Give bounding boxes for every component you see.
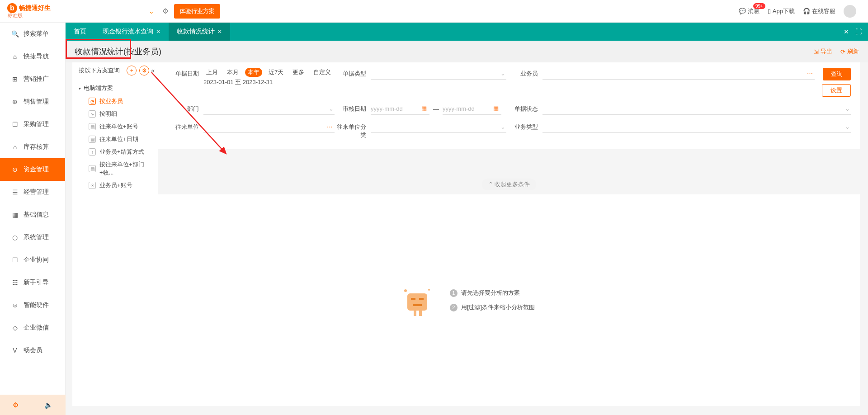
nav-icon: ⊞ [11, 75, 19, 83]
doc-type-label: 单据类型 [335, 68, 371, 78]
nav-icon: 🔍 [11, 30, 19, 38]
nav-icon: ▦ [11, 211, 19, 218]
nav-item[interactable]: ⊙资金管理 [0, 158, 65, 181]
scheme-item[interactable]: ▤往来单位+账号 [79, 120, 158, 133]
chevron-down-icon[interactable]: ⌄ [149, 8, 154, 15]
refresh-button[interactable]: ⟳ 刷新 [840, 47, 859, 56]
scheme-item[interactable]: ▤按往来单位+部门+收... [79, 158, 158, 179]
scheme-item[interactable]: ◔按业务员 [79, 95, 158, 108]
clerk-label: 业务员 [506, 68, 542, 78]
add-scheme-button[interactable]: + [127, 66, 137, 75]
nav-item[interactable]: ☷新手引导 [0, 271, 65, 294]
refresh-label: 刷新 [847, 47, 859, 56]
collapse-filters-wrap: ⌃ 收起更多条件 [158, 179, 860, 190]
nav-item[interactable]: 🔍搜索菜单 [0, 23, 65, 45]
audit-date-from[interactable] [371, 103, 429, 115]
step-num-1: 1 [450, 289, 458, 297]
nav-icon: ⌂ [11, 143, 19, 151]
date-chip[interactable]: 上月 [203, 68, 221, 77]
scheme-settings-button[interactable]: ⚙ [139, 66, 149, 75]
step-num-2: 2 [450, 304, 458, 311]
nav-label: 企业微信 [24, 324, 49, 332]
scheme-group-label: 电脑端方案 [84, 84, 113, 92]
dept-select[interactable]: ⌄ [203, 103, 335, 115]
date-chip[interactable]: 本年 [245, 68, 262, 77]
collapse-filters-label: 收起更多条件 [495, 181, 530, 188]
clerk-select[interactable]: ⋯ [542, 68, 815, 80]
partner-select[interactable]: ⋯ [203, 121, 335, 133]
messages-badge: 99+ [753, 3, 765, 9]
doc-date-label: 单据日期 [167, 68, 203, 78]
settings-button[interactable]: 设置 [822, 84, 851, 97]
nav-item[interactable]: ◌系统管理 [0, 226, 65, 249]
scheme-item[interactable]: ☉业务员+账号 [79, 179, 158, 192]
date-chip[interactable]: 自定义 [311, 68, 334, 77]
date-chip[interactable]: 更多 [290, 68, 307, 77]
collapse-filters-button[interactable]: ⌃ 收起更多条件 [482, 179, 537, 190]
chat-icon: 💬 [739, 8, 746, 14]
footer-gear-icon[interactable]: ⚙ [13, 401, 19, 409]
app-download-link[interactable]: ▯App下载 [768, 7, 795, 15]
tab[interactable]: 收款情况统计✕ [169, 23, 230, 41]
scheme-group[interactable]: ▾电脑端方案 [79, 81, 158, 95]
scheme-item-icon: ▤ [89, 123, 96, 130]
date-chip[interactable]: 近7天 [266, 68, 286, 77]
scheme-item[interactable]: ⫿业务员+结算方式 [79, 146, 158, 158]
partner-cat-select[interactable]: ⌄ [371, 121, 506, 133]
filter-form: 单据日期 上月本月本年近7天更多自定义 2023-01-01 至 2023-12… [158, 62, 860, 149]
nav-icon: ☰ [11, 189, 19, 196]
scheme-item-icon: ⫿ [89, 148, 96, 156]
page-header: 收款情况统计(按业务员) ⇲ 导出 ⟳ 刷新 [66, 41, 868, 62]
page-title: 收款情况统计(按业务员) [75, 46, 161, 57]
messages-link[interactable]: 💬 消息 99+ [739, 7, 760, 15]
scheme-item-label: 业务员+结算方式 [99, 148, 144, 156]
date-chip[interactable]: 本月 [224, 68, 241, 77]
footer-sound-icon[interactable]: 🔈 [44, 401, 53, 409]
nav-item[interactable]: ⌂库存核算 [0, 136, 65, 158]
gear-icon[interactable]: ⚙ [162, 7, 169, 15]
nav-item[interactable]: ⊕销售管理 [0, 90, 65, 113]
nav-item[interactable]: ◇企业微信 [0, 316, 65, 339]
tab-close-icon[interactable]: ✕ [217, 28, 222, 35]
customer-service-link[interactable]: 🎧在线客服 [803, 7, 835, 15]
collapse-scheme-icon[interactable]: « [151, 67, 155, 74]
svg-rect-5 [414, 311, 416, 316]
nav-item[interactable]: ☐企业协同 [0, 249, 65, 271]
nav-item[interactable]: ⌂快捷导航 [0, 45, 65, 68]
breadcrumb[interactable]: ⌄ ⚙ [79, 7, 169, 15]
scheme-item[interactable]: ∿按明细 [79, 108, 158, 120]
nav-label: 企业协同 [24, 256, 49, 264]
nav-icon: ⊙ [11, 166, 19, 173]
avatar[interactable] [844, 5, 856, 18]
hint-1: 请先选择要分析的方案 [461, 289, 520, 297]
tab[interactable]: 现金银行流水查询✕ [94, 23, 169, 41]
try-plan-button[interactable]: 体验行业方案 [174, 4, 220, 19]
doc-status-select[interactable]: ⌄ [542, 103, 851, 115]
fullscreen-icon[interactable]: ⛶ [855, 28, 862, 35]
svg-rect-4 [413, 304, 422, 306]
nav-item[interactable]: ☐采购管理 [0, 113, 65, 136]
tab-label: 现金银行流水查询 [103, 28, 153, 36]
nav-item[interactable]: V畅会员 [0, 339, 65, 362]
nav-item[interactable]: ⊞营销推广 [0, 68, 65, 90]
tab[interactable]: 首页 [66, 23, 94, 41]
nav-item[interactable]: ☰经营管理 [0, 181, 65, 203]
nav-icon: ◌ [11, 234, 19, 241]
nav-label: 搜索菜单 [24, 30, 49, 38]
scheme-item[interactable]: ▤往来单位+日期 [79, 133, 158, 146]
nav-label: 智能硬件 [24, 301, 49, 309]
query-button[interactable]: 查询 [823, 68, 851, 80]
headset-icon: 🎧 [803, 8, 810, 14]
brand-name: 畅捷通好生 [19, 4, 51, 12]
left-nav: 🔍搜索菜单⌂快捷导航⊞营销推广⊕销售管理☐采购管理⌂库存核算⊙资金管理☰经营管理… [0, 23, 66, 415]
nav-item[interactable]: ☺智能硬件 [0, 294, 65, 316]
doc-type-select[interactable]: ⌄ [371, 68, 506, 80]
biz-type-select[interactable]: ⌄ [542, 121, 851, 133]
audit-date-to[interactable] [443, 103, 501, 115]
close-all-icon[interactable]: ✕ [844, 28, 849, 35]
svg-rect-6 [419, 311, 422, 316]
export-button[interactable]: ⇲ 导出 [814, 47, 832, 56]
nav-item[interactable]: ▦基础信息 [0, 203, 65, 226]
brand-edition: 标准版 [7, 12, 23, 19]
tab-close-icon[interactable]: ✕ [156, 28, 160, 35]
